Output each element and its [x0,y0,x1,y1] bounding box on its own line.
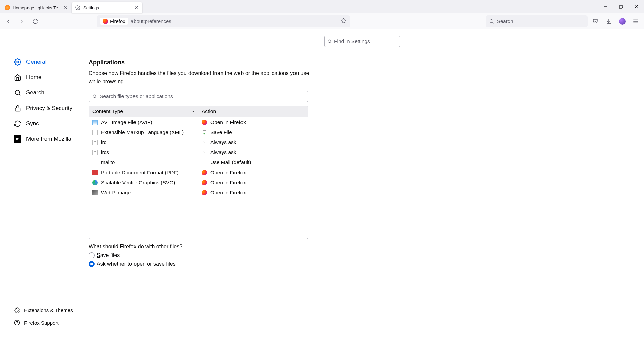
action-icon [202,150,207,155]
row-type: irc [101,139,106,145]
find-placeholder: Find in Settings [334,38,370,44]
tab-title: Homepage | gHacks Technolog [13,5,63,10]
row-type: Portable Document Format (PDF) [101,170,179,176]
other-files-question: What should Firefox do with other files? [89,244,310,250]
ghacks-favicon-icon [5,5,10,10]
row-action: Open in Firefox [210,180,246,186]
back-button[interactable] [3,16,14,27]
gear-icon [14,58,21,66]
find-in-settings-input[interactable]: Find in Settings [324,36,400,47]
row-type: AV1 Image File (AVIF) [101,119,152,125]
row-type: WebP Image [101,190,131,196]
search-icon [92,94,97,99]
url-bar[interactable]: Firefox about:preferences [97,15,350,27]
header-label: Action [202,108,216,114]
search-icon [327,39,332,44]
maximize-button[interactable] [613,0,629,13]
account-icon[interactable] [616,16,628,27]
minimize-button[interactable] [598,0,613,13]
filetype-icon [92,180,98,185]
row-type: Scalable Vector Graphics (SVG) [101,180,175,186]
svg-point-3 [17,61,19,63]
settings-sidebar: General Home Search Privacy & Security S… [0,29,80,339]
window-controls [598,0,644,13]
table-row[interactable]: WebP ImageOpen in Firefox [89,188,308,198]
table-row[interactable]: AV1 Image File (AVIF)Open in Firefox [89,117,308,127]
table-row[interactable]: Scalable Vector Graphics (SVG)Open in Fi… [89,178,308,188]
sort-ascending-icon: ▲ [192,110,195,113]
reload-button[interactable] [30,16,41,27]
sidebar-item-label: General [26,59,46,65]
table-row[interactable]: ircsAlways ask [89,147,308,157]
filetype-icon [92,120,98,125]
sidebar-item-extensions[interactable]: Extensions & Themes [14,304,80,316]
table-row[interactable]: ircAlways ask [89,137,308,147]
pocket-icon[interactable] [590,16,601,27]
sidebar-item-home[interactable]: Home [14,70,80,84]
action-icon [202,140,207,145]
column-action[interactable]: Action [198,106,308,117]
applications-table: Content Type ▲ Action AV1 Image File (AV… [89,106,308,239]
mozilla-icon: m [14,135,21,143]
applications-search-input[interactable]: Search file types or applications [89,91,308,102]
section-description: Choose how Firefox handles the files you… [89,69,310,86]
row-action: Always ask [210,149,236,155]
sidebar-item-label: Search [26,89,44,96]
new-tab-button[interactable] [144,3,154,13]
row-action: Always ask [210,139,236,145]
table-row[interactable]: Extensible Markup Language (XML)Save Fil… [89,127,308,137]
sidebar-item-label: Home [26,74,41,81]
settings-content: General Home Search Privacy & Security S… [0,29,644,339]
sidebar-item-search[interactable]: Search [14,86,80,100]
table-row[interactable]: mailtoUse Mail (default) [89,157,308,167]
filetype-icon [92,160,98,165]
close-window-button[interactable] [629,0,644,13]
svg-point-9 [93,95,96,97]
filetype-icon [92,150,98,155]
tab-settings[interactable]: Settings [72,2,142,13]
tab-ghacks[interactable]: Homepage | gHacks Technolog [1,2,72,13]
filetype-icon [92,140,98,145]
row-action: Use Mail (default) [210,159,251,165]
sidebar-item-mozilla[interactable]: m More from Mozilla [14,132,80,146]
svg-point-4 [15,90,20,95]
radio-checked-icon [89,261,95,267]
search-placeholder: Search [497,18,513,24]
home-icon [14,74,21,81]
downloads-icon[interactable] [603,16,614,27]
row-type: mailto [101,159,115,165]
search-icon [14,89,21,96]
sidebar-item-label: Firefox Support [24,320,59,326]
close-icon[interactable] [133,5,139,10]
svg-point-2 [490,19,493,22]
sidebar-item-label: Privacy & Security [26,105,72,112]
forward-button[interactable] [16,16,28,27]
svg-point-0 [77,7,78,8]
radio-save-files[interactable]: Save files [89,252,310,258]
sidebar-item-support[interactable]: Firefox Support [14,317,80,328]
radio-icon [89,252,95,258]
section-title: Applications [89,59,310,66]
column-content-type[interactable]: Content Type ▲ [89,106,198,117]
question-icon [14,320,20,326]
sidebar-item-label: More from Mozilla [26,136,71,142]
identity-box[interactable]: Firefox [100,18,128,25]
menu-icon[interactable] [630,16,641,27]
filetype-icon [92,130,98,135]
sidebar-item-sync[interactable]: Sync [14,117,80,131]
sidebar-item-general[interactable]: General [14,55,80,69]
search-bar[interactable]: Search [486,15,588,27]
url-text: about:preferences [131,18,338,24]
firefox-icon [103,19,108,24]
bookmark-star-icon[interactable] [341,18,347,25]
table-row[interactable]: Portable Document Format (PDF)Open in Fi… [89,167,308,178]
svg-point-8 [328,40,331,42]
lock-icon [14,105,21,112]
action-icon [202,190,207,195]
close-icon[interactable] [63,5,68,10]
radio-ask-files[interactable]: Ask whether to open or save files [89,261,310,267]
sidebar-item-label: Extensions & Themes [24,307,73,313]
sidebar-item-privacy[interactable]: Privacy & Security [14,101,80,115]
header-label: Content Type [92,108,123,114]
identity-label: Firefox [110,18,125,24]
